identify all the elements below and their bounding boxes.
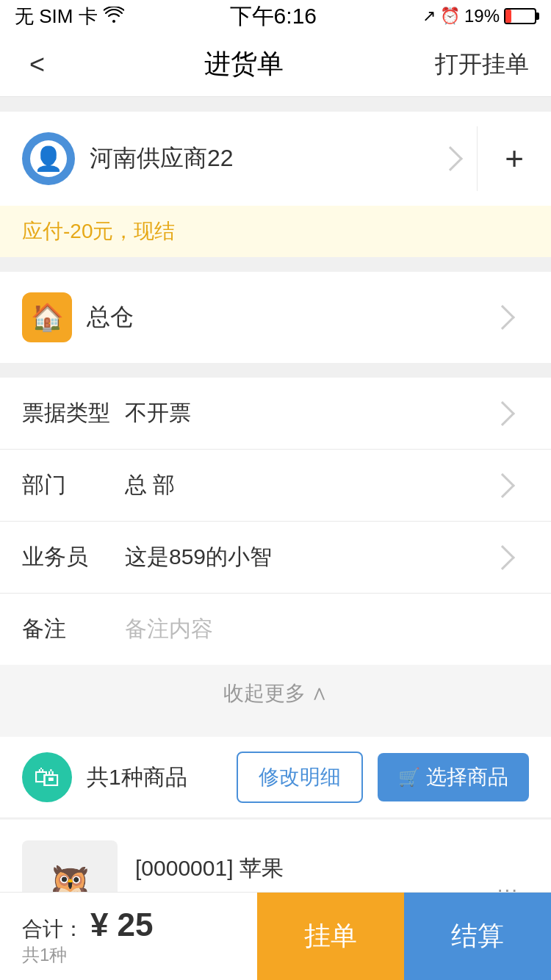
warehouse-icon: 🏠	[22, 292, 72, 342]
edit-detail-button[interactable]: 修改明细	[237, 752, 363, 803]
form-row-dept[interactable]: 部门 总 部	[0, 450, 551, 521]
cart-icon: 🛍	[34, 762, 60, 793]
product-name: [0000001] 苹果	[135, 854, 487, 884]
chevron-right-icon	[490, 473, 515, 498]
select-product-button[interactable]: 🛒 选择商品	[378, 753, 529, 801]
hang-button[interactable]: 挂单	[257, 893, 404, 981]
section-divider-1	[0, 97, 551, 112]
back-button[interactable]: <	[22, 42, 52, 87]
form-row-invoice[interactable]: 票据类型 不开票	[0, 378, 551, 449]
form-value-dept: 总 部	[125, 470, 494, 500]
nav-bar: < 进货单 打开挂单	[0, 32, 551, 97]
status-left: 无 SIM 卡	[15, 4, 124, 29]
warehouse-label: 总仓	[87, 301, 494, 334]
checkout-button[interactable]: 结算	[404, 893, 551, 981]
carrier-text: 无 SIM 卡	[15, 4, 98, 29]
thin-divider-4	[0, 818, 551, 818]
form-key-invoice: 票据类型	[22, 398, 125, 428]
battery-icon	[504, 8, 536, 24]
cart-icon-small: 🛒	[398, 767, 420, 788]
form-placeholder-remark: 备注内容	[125, 614, 529, 644]
section-divider-2	[0, 257, 551, 272]
form-key-dept: 部门	[22, 470, 125, 500]
chevron-right-icon	[490, 545, 515, 570]
notice-bar: 应付-20元，现结	[0, 206, 551, 257]
battery-percent: 19%	[464, 6, 500, 26]
form-key-remark: 备注	[22, 614, 125, 644]
location-icon: ↗	[422, 7, 436, 26]
supplier-section: 👤 河南供应商22 +	[0, 112, 551, 206]
supplier-avatar: 👤	[22, 132, 75, 185]
collapse-bar[interactable]: 收起更多 ∧	[0, 665, 551, 722]
wifi-icon	[104, 5, 124, 28]
status-time: 下午6:16	[230, 1, 317, 32]
warehouse-row[interactable]: 🏠 总仓	[0, 272, 551, 363]
section-divider-3	[0, 363, 551, 378]
form-key-salesperson: 业务员	[22, 542, 125, 572]
add-supplier-button[interactable]: +	[478, 140, 551, 177]
bottom-bar: 合计： ¥ 25 共1种 挂单 结算	[0, 892, 551, 980]
product-icon-wrap: 🛍	[22, 752, 72, 802]
alarm-icon: ⏰	[440, 7, 460, 26]
total-label-amount: 合计： ¥ 25	[22, 907, 235, 943]
form-row-salesperson[interactable]: 业务员 这是859的小智	[0, 522, 551, 593]
total-count: 共1种	[22, 943, 235, 967]
total-section: 合计： ¥ 25 共1种	[0, 907, 257, 967]
total-label: 合计：	[22, 918, 84, 940]
supplier-row[interactable]: 👤 河南供应商22	[0, 112, 477, 206]
form-value-salesperson: 这是859的小智	[125, 542, 494, 572]
form-value-invoice: 不开票	[125, 398, 494, 428]
person-icon: 👤	[34, 145, 63, 173]
chevron-right-icon	[438, 146, 463, 171]
product-count: 共1种商品	[87, 763, 222, 793]
page-title: 进货单	[204, 46, 284, 82]
form-row-remark[interactable]: 备注 备注内容	[0, 594, 551, 665]
chevron-right-icon	[490, 401, 515, 426]
status-bar: 无 SIM 卡 下午6:16 ↗ ⏰ 19%	[0, 0, 551, 32]
house-icon: 🏠	[31, 302, 64, 333]
supplier-name: 河南供应商22	[90, 143, 442, 175]
status-right: ↗ ⏰ 19%	[422, 6, 536, 26]
chevron-right-icon	[490, 305, 515, 330]
open-hang-button[interactable]: 打开挂单	[435, 48, 529, 81]
total-amount: ¥ 25	[90, 907, 154, 943]
product-toolbar: 🛍 共1种商品 修改明细 🛒 选择商品	[0, 737, 551, 818]
